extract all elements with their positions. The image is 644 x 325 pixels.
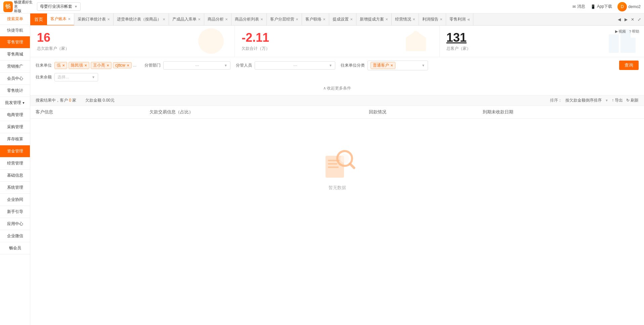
filter-tag-wu[interactable]: 伍 ✕ — [54, 62, 67, 69]
filter-tag-common-customer[interactable]: 普通客户 ✕ — [371, 62, 395, 69]
close-icon[interactable]: ✕ — [163, 17, 165, 21]
sidebar-item-retail-mall[interactable]: 零售商城 — [0, 48, 30, 61]
close-icon[interactable]: ◀ — [467, 17, 470, 21]
sidebar-item-purchase[interactable]: 采购管理 — [0, 121, 30, 133]
close-icon[interactable]: ✕ — [68, 17, 71, 21]
remove-tag-wu[interactable]: ✕ — [62, 64, 65, 67]
stat-label-debt-total: 欠款合计（万） — [242, 46, 270, 51]
chevron-down-icon3: ▼ — [422, 64, 425, 67]
sidebar-item-wholesale[interactable]: 批发管理▼ — [0, 97, 30, 109]
tab-product-analysis[interactable]: 商品分析 ✕ — [204, 13, 231, 26]
tabs-bar: 首页 客户账本 ✕ 采购订单统计表 ✕ 进货单统计表（按商品） ✕ 产成品入库单… — [30, 13, 644, 26]
tab-profit-report[interactable]: 利润报告 ✕ — [419, 13, 446, 26]
sidebar-search[interactable]: 搜索菜单 — [0, 13, 30, 25]
sidebar-item-member[interactable]: 会员中心 — [0, 73, 30, 85]
filter-dept-label: 分管部门 — [144, 63, 161, 68]
filter-tag-wang[interactable]: 王小亮 ✕ — [91, 62, 112, 69]
sidebar-quick-nav[interactable]: 快捷导航 — [0, 25, 30, 36]
close-icon[interactable]: ✕ — [107, 17, 110, 21]
tab-home[interactable]: 首页 — [30, 13, 47, 26]
close-icon[interactable]: ✕ — [350, 17, 353, 21]
tab-retail-profit[interactable]: 零售利润 ◀ — [446, 13, 473, 26]
video-button[interactable]: ▶ 视频 — [615, 29, 626, 34]
close-icon[interactable]: ✕ — [323, 17, 326, 21]
tab-business-status[interactable]: 经营情况 ✕ — [392, 13, 419, 26]
tabs-close-all-button[interactable]: ✕ — [629, 16, 636, 23]
tabs-prev-button[interactable]: ◀ — [616, 16, 622, 23]
sidebar-item-marketing[interactable]: 营销推广 — [0, 61, 30, 73]
sidebar-item-member2[interactable]: 畅会员 — [0, 242, 30, 254]
stat-bg-decoration2 — [402, 28, 429, 55]
refresh-button[interactable]: ↻ 刷新 — [626, 98, 639, 103]
sidebar-item-basic-info[interactable]: 基础信息 — [0, 170, 30, 182]
filter-tag-cjttcw[interactable]: cjttcw ✕ — [113, 62, 132, 68]
tab-customer-contact[interactable]: 客户联络 ✕ — [302, 13, 329, 26]
chevron-up-icon: ∧ — [323, 86, 326, 91]
remove-tag-common[interactable]: ✕ — [390, 64, 393, 67]
filter-tag-chen[interactable]: 陈民强 ✕ — [69, 62, 89, 69]
remove-tag-wang[interactable]: ✕ — [106, 64, 109, 67]
export-icon: ↑ — [612, 98, 614, 103]
tab-product-analysis-list[interactable]: 商品分析列表 ✕ — [231, 13, 267, 26]
sidebar-item-wechat[interactable]: 企业微信 — [0, 230, 30, 242]
filter-dept-select[interactable]: ··· ▼ — [163, 61, 230, 70]
app-download-button[interactable]: 📱 App下载 — [591, 4, 612, 9]
top-bar-middle: 母婴行业演示帐套 ▼ — [34, 2, 572, 11]
tab-customer-ledger[interactable]: 客户账本 ✕ — [47, 13, 74, 26]
tab-commission-settings[interactable]: 提成设置 ✕ — [329, 13, 356, 26]
sidebar-item-ecommerce[interactable]: 电商管理 — [0, 109, 30, 121]
sidebar-item-system[interactable]: 系统管理 — [0, 182, 30, 194]
stat-bg-decoration: ¥ — [198, 28, 224, 55]
data-table: 客户信息 欠款交易信息（占比） 回款情况 到期未收款日期 — [30, 106, 644, 204]
message-button[interactable]: ✉ 消息 — [572, 4, 585, 9]
svg-point-11 — [340, 154, 349, 163]
close-icon[interactable]: ✕ — [198, 17, 201, 21]
close-icon[interactable]: ✕ — [413, 17, 415, 21]
tab-add-commission-plan[interactable]: 新增提成方案 ✕ — [356, 13, 392, 26]
close-icon[interactable]: ✕ — [225, 17, 228, 21]
svg-line-12 — [350, 164, 354, 168]
filter-customer-type-select[interactable]: 普通客户 ✕ ▼ — [368, 61, 428, 70]
stat-value-total-customers: 131 — [446, 31, 471, 44]
search-button[interactable]: 查询 — [619, 61, 639, 70]
collapse-button[interactable]: ∧ 收起更多条件 — [323, 85, 351, 91]
chevron-down-icon4: ▼ — [92, 75, 95, 79]
app-name: 畅捷通好生意 标版 — [14, 0, 34, 13]
chevron-down-icon: ▼ — [224, 64, 227, 67]
export-button[interactable]: ↑ 导出 — [612, 98, 623, 103]
sidebar: 搜索菜单 快捷导航 零售管理 零售商城 营销推广 会员中心 零售统计 批发管理▼… — [0, 13, 30, 325]
filter-more-tags[interactable]: ... — [133, 63, 136, 68]
sidebar-item-app-center[interactable]: 应用中心 — [0, 218, 30, 230]
col-customer-info: 客户信息 — [30, 106, 144, 119]
filter-balance-select[interactable]: 选择... ▼ — [54, 73, 98, 81]
sidebar-item-enterprise-collab[interactable]: 企业协同 — [0, 194, 30, 206]
close-icon[interactable]: ✕ — [260, 17, 263, 21]
filter-person-select[interactable]: ··· ▼ — [255, 61, 335, 70]
tab-purchase-order-stats[interactable]: 采购订单统计表 ✕ — [74, 13, 114, 26]
tabs-expand-button[interactable]: ⤢ — [636, 16, 643, 23]
sidebar-item-retail-stats[interactable]: 零售统计 — [0, 85, 30, 97]
sidebar-item-finance[interactable]: 资金管理 — [0, 145, 30, 157]
tab-customer-tiered[interactable]: 客户分层经营 ✕ — [267, 13, 302, 26]
user-menu[interactable]: D demo2 — [617, 2, 641, 11]
industry-selector[interactable]: 母婴行业演示帐套 ▼ — [37, 2, 81, 11]
tab-production-inbound[interactable]: 产成品入库单 ✕ — [169, 13, 204, 26]
help-button[interactable]: ? 帮助 — [629, 29, 639, 34]
tabs-next-button[interactable]: ▶ — [622, 16, 629, 23]
close-icon[interactable]: ✕ — [385, 17, 388, 21]
avatar: D — [617, 2, 627, 11]
sidebar-item-retail[interactable]: 零售管理 — [0, 36, 30, 48]
sidebar-item-newbie[interactable]: 新手引导 — [0, 206, 30, 218]
tabs-nav: ◀ ▶ ✕ ⤢ — [614, 16, 644, 23]
svg-text:¥: ¥ — [207, 34, 215, 48]
remove-tag-cjttcw[interactable]: ✕ — [127, 64, 129, 67]
play-icon: ▶ — [615, 29, 618, 34]
sidebar-item-operation[interactable]: 经营管理 — [0, 157, 30, 170]
col-debt-info: 欠款交易信息（占比） — [144, 106, 363, 119]
tab-inbound-stats[interactable]: 进货单统计表（按商品） ✕ — [114, 13, 169, 26]
close-icon[interactable]: ✕ — [440, 17, 442, 21]
sidebar-item-inventory[interactable]: 库存核算 — [0, 133, 30, 145]
close-icon[interactable]: ✕ — [296, 17, 298, 21]
remove-tag-chen[interactable]: ✕ — [84, 64, 87, 67]
sort-value[interactable]: 按欠款金额倒序排序 — [565, 98, 602, 103]
